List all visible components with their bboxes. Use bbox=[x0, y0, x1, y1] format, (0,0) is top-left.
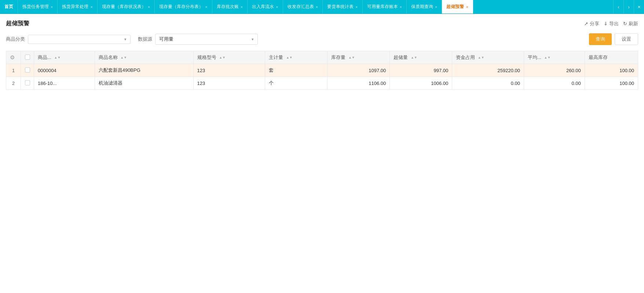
close-icon[interactable]: × bbox=[205, 5, 207, 9]
sort-icon: ▲▼ bbox=[411, 56, 417, 59]
nav-arrow-right[interactable]: › bbox=[623, 0, 634, 14]
sort-icon: ▲▼ bbox=[120, 56, 127, 59]
datasource-select[interactable]: 可用量 ▾ bbox=[155, 34, 258, 45]
cell-avg: 260.00 bbox=[524, 64, 585, 77]
cell-spec: 123 bbox=[193, 64, 265, 77]
cell-product-name: 机油滤清器 bbox=[95, 77, 193, 90]
table-row: 1 0000004 六配套新昌490BPG 123 套 1097.00 997.… bbox=[6, 64, 638, 77]
close-icon[interactable]: × bbox=[316, 5, 318, 9]
cell-product-name: 六配套新昌490BPG bbox=[95, 64, 193, 77]
close-icon[interactable]: × bbox=[355, 5, 358, 9]
gear-icon[interactable]: ⚙ bbox=[10, 54, 15, 60]
row-checkbox-cell bbox=[21, 64, 34, 77]
row-index: 1 bbox=[6, 64, 21, 77]
row-checkbox-cell bbox=[21, 77, 34, 90]
nav-home[interactable]: 首页 bbox=[0, 0, 18, 14]
category-label: 商品分类 bbox=[6, 36, 25, 42]
refresh-link[interactable]: ↻ 刷新 bbox=[623, 21, 638, 27]
cell-unit: 套 bbox=[265, 64, 328, 77]
close-icon[interactable]: × bbox=[241, 5, 243, 9]
close-icon[interactable]: × bbox=[400, 5, 402, 9]
nav-abnormal[interactable]: 拣货异常处理 × bbox=[58, 0, 97, 14]
export-icon: ⇓ bbox=[604, 21, 608, 26]
nav-expiry[interactable]: 保质期查询 × bbox=[407, 0, 442, 14]
close-icon[interactable]: × bbox=[435, 5, 437, 9]
cell-spec: 123 bbox=[193, 77, 265, 90]
row-checkbox[interactable] bbox=[25, 80, 30, 85]
th-capital-occupy[interactable]: 资金占用 ▲▼ bbox=[452, 51, 524, 64]
close-icon[interactable]: × bbox=[148, 5, 150, 9]
cell-overstock-qty: 1006.00 bbox=[390, 77, 452, 90]
chevron-down-icon: ▾ bbox=[252, 37, 254, 42]
page-header: 超储预警 ➚ 分享 ⇓ 导出 ↻ 刷新 bbox=[6, 20, 638, 27]
th-gear: ⚙ bbox=[6, 51, 21, 64]
nav-stock-status[interactable]: 现存量（库存状况表） × bbox=[98, 0, 155, 14]
select-all-checkbox[interactable] bbox=[25, 55, 30, 60]
category-filter: 商品分类 ▾ bbox=[6, 35, 131, 44]
sort-icon: ▲▼ bbox=[286, 56, 293, 59]
close-icon[interactable]: × bbox=[51, 5, 53, 9]
th-unit[interactable]: 主计量 ▲▼ bbox=[265, 51, 328, 64]
nav-task-mgmt[interactable]: 拣货任务管理 × bbox=[18, 0, 58, 14]
nav-close-all[interactable]: × bbox=[634, 0, 644, 14]
th-product-name[interactable]: 商品名称 ▲▼ bbox=[95, 51, 193, 64]
nav-order-stats[interactable]: 要货单统计表 × bbox=[323, 0, 362, 14]
th-overstock-qty[interactable]: 超储量 ▲▼ bbox=[390, 51, 452, 64]
filter-actions: 查询 设置 bbox=[589, 33, 638, 45]
datasource-select-value: 可用量 bbox=[159, 36, 173, 42]
filter-area: 商品分类 ▾ 数据源 可用量 ▾ 查询 设置 bbox=[6, 33, 638, 45]
cell-max-stock: 100.00 bbox=[585, 64, 638, 77]
row-checkbox[interactable] bbox=[25, 67, 30, 73]
main-content: 超储预警 ➚ 分享 ⇓ 导出 ↻ 刷新 商品分类 ▾ 数据源 bbox=[0, 14, 644, 293]
share-icon: ➚ bbox=[584, 21, 588, 26]
nav-batch[interactable]: 库存批次账 × bbox=[212, 0, 248, 14]
cell-stock-qty: 1106.00 bbox=[328, 77, 390, 90]
page-actions: ➚ 分享 ⇓ 导出 ↻ 刷新 bbox=[584, 21, 638, 27]
datasource-label: 数据源 bbox=[138, 36, 152, 42]
sort-icon: ▲▼ bbox=[219, 56, 226, 59]
cell-capital-occupy: 0.00 bbox=[452, 77, 524, 90]
row-index: 2 bbox=[6, 77, 21, 90]
query-button[interactable]: 查询 bbox=[589, 33, 612, 45]
close-icon[interactable]: × bbox=[276, 5, 278, 9]
th-avg[interactable]: 平均... ▲▼ bbox=[524, 51, 585, 64]
nav-arrow-left[interactable]: ‹ bbox=[613, 0, 623, 14]
share-link[interactable]: ➚ 分享 bbox=[584, 21, 599, 27]
th-product-code[interactable]: 商品... ▲▼ bbox=[34, 51, 95, 64]
cell-product-code: 186-10... bbox=[34, 77, 95, 90]
th-stock-qty[interactable]: 库存量 ▲▼ bbox=[328, 51, 390, 64]
table-row: 2 186-10... 机油滤清器 123 个 1106.00 1006.00 … bbox=[6, 77, 638, 90]
close-icon[interactable]: × bbox=[90, 5, 92, 9]
sort-icon: ▲▼ bbox=[54, 56, 61, 59]
page-title: 超储预警 bbox=[6, 20, 29, 27]
settings-button[interactable]: 设置 bbox=[615, 33, 638, 45]
nav-stock-dist[interactable]: 现存量（库存分布表） × bbox=[155, 0, 212, 14]
cell-stock-qty: 1097.00 bbox=[328, 64, 390, 77]
th-max-stock[interactable]: 最高库存 bbox=[585, 51, 638, 64]
cell-avg: 0.00 bbox=[524, 77, 585, 90]
close-icon[interactable]: × bbox=[466, 5, 468, 9]
nav-available-stock[interactable]: 可用量库存账本 × bbox=[363, 0, 407, 14]
refresh-icon: ↻ bbox=[623, 21, 627, 26]
sort-icon: ▲▼ bbox=[544, 56, 551, 59]
sort-icon: ▲▼ bbox=[478, 56, 484, 59]
top-navigation: 首页 拣货任务管理 × 拣货异常处理 × 现存量（库存状况表） × 现存量（库存… bbox=[0, 0, 644, 14]
nav-overstock-alert[interactable]: 超储预警 × bbox=[442, 0, 473, 14]
datasource-filter: 数据源 可用量 ▾ bbox=[138, 34, 258, 45]
th-spec[interactable]: 规格型号 ▲▼ bbox=[193, 51, 265, 64]
chevron-down-icon: ▾ bbox=[124, 37, 127, 42]
th-checkbox bbox=[21, 51, 34, 64]
nav-inout-flow[interactable]: 出入库流水 × bbox=[248, 0, 283, 14]
nav-collect-summary[interactable]: 收发存汇总表 × bbox=[283, 0, 323, 14]
category-select[interactable]: ▾ bbox=[28, 35, 131, 44]
cell-capital-occupy: 259220.00 bbox=[452, 64, 524, 77]
cell-unit: 个 bbox=[265, 77, 328, 90]
cell-max-stock: 100.00 bbox=[585, 77, 638, 90]
cell-overstock-qty: 997.00 bbox=[390, 64, 452, 77]
cell-product-code: 0000004 bbox=[34, 64, 95, 77]
nav-arrow-group: ‹ › × bbox=[613, 0, 644, 14]
data-table: ⚙ 商品... ▲▼ 商品名称 ▲▼ 规格型号 ▲▼ 主计 bbox=[6, 51, 638, 90]
sort-icon: ▲▼ bbox=[348, 56, 355, 59]
table-header-row: ⚙ 商品... ▲▼ 商品名称 ▲▼ 规格型号 ▲▼ 主计 bbox=[6, 51, 638, 64]
export-link[interactable]: ⇓ 导出 bbox=[604, 21, 619, 27]
